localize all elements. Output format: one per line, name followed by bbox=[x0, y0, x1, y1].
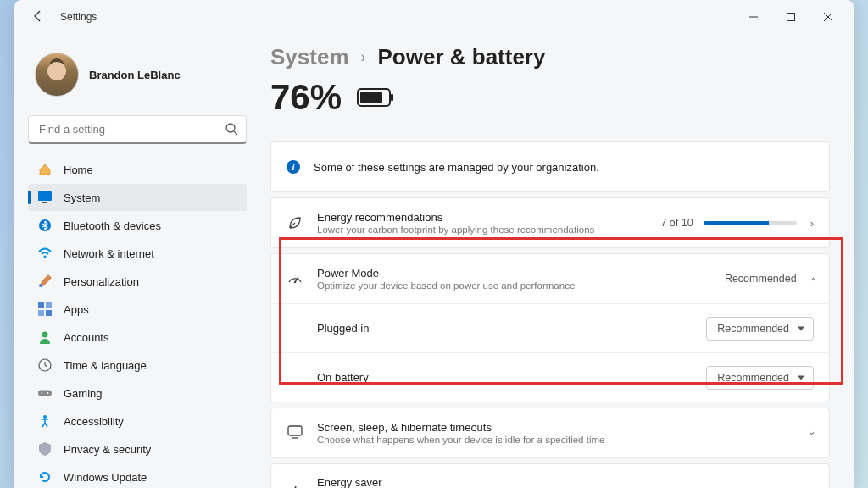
sidebar-item-apps[interactable]: Apps bbox=[28, 296, 247, 323]
app-title: Settings bbox=[60, 11, 97, 23]
window-buttons bbox=[735, 3, 847, 30]
sidebar-item-update[interactable]: Windows Update bbox=[28, 463, 247, 488]
screen-icon bbox=[287, 424, 303, 441]
minimize-icon bbox=[749, 13, 758, 21]
sidebar-item-gaming[interactable]: Gaming bbox=[28, 380, 247, 407]
sidebar-item-label: Home bbox=[64, 164, 93, 176]
energy-saver-row[interactable]: Energy saver Reduce power consumption an… bbox=[270, 463, 830, 488]
arrow-left-icon bbox=[31, 9, 45, 23]
energy-recommendations-row[interactable]: Energy recommendations Lower your carbon… bbox=[270, 197, 830, 248]
sidebar-item-accessibility[interactable]: Accessibility bbox=[28, 408, 247, 435]
org-message-text: Some of these settings are managed by yo… bbox=[314, 161, 814, 174]
gauge-icon bbox=[287, 270, 303, 287]
gamepad-icon bbox=[38, 386, 52, 400]
sidebar-item-label: System bbox=[64, 191, 100, 204]
svg-line-5 bbox=[234, 131, 237, 135]
sidebar-item-personalization[interactable]: Personalization bbox=[28, 268, 247, 295]
sidebar-item-label: Gaming bbox=[64, 387, 103, 400]
titlebar: Settings bbox=[14, 0, 854, 34]
sidebar-item-system[interactable]: System bbox=[28, 184, 247, 211]
org-message: i Some of these settings are managed by … bbox=[270, 141, 830, 192]
accessibility-icon bbox=[38, 414, 52, 428]
sidebar-item-privacy[interactable]: Privacy & security bbox=[28, 435, 247, 463]
row-subtitle: Choose what happens when your device is … bbox=[317, 435, 793, 445]
back-button[interactable] bbox=[31, 9, 47, 25]
breadcrumb-parent[interactable]: System bbox=[270, 44, 349, 70]
paint-icon bbox=[38, 274, 52, 288]
sidebar: Brandon LeBlanc Home System Bluetooth & … bbox=[14, 34, 260, 488]
settings-window: Settings Brandon LeBlanc Home System Blu… bbox=[14, 0, 854, 488]
battery-summary: 76% bbox=[270, 77, 830, 118]
battery-percent: 76% bbox=[270, 77, 342, 118]
row-title: Energy saver bbox=[317, 476, 705, 488]
close-icon bbox=[824, 13, 832, 21]
system-icon bbox=[38, 191, 52, 204]
energy-count: 7 of 10 bbox=[660, 217, 693, 229]
body: Brandon LeBlanc Home System Bluetooth & … bbox=[14, 34, 854, 488]
svg-point-25 bbox=[294, 281, 296, 283]
leaf-icon bbox=[287, 214, 303, 231]
nav: Home System Bluetooth & devices Network … bbox=[28, 156, 247, 488]
sidebar-item-label: Accessibility bbox=[64, 415, 124, 428]
sidebar-item-label: Apps bbox=[64, 303, 89, 316]
sidebar-item-label: Accounts bbox=[64, 331, 108, 344]
svg-point-10 bbox=[39, 284, 42, 287]
plugged-in-label: Plugged in bbox=[317, 322, 693, 335]
sidebar-item-label: Network & internet bbox=[64, 247, 154, 260]
search-input[interactable] bbox=[28, 115, 247, 144]
svg-point-19 bbox=[47, 392, 49, 394]
info-icon: i bbox=[287, 160, 300, 174]
search-icon bbox=[225, 122, 238, 139]
chevron-up-icon: › bbox=[805, 277, 818, 280]
svg-rect-11 bbox=[38, 302, 44, 308]
power-mode-header[interactable]: Power Mode Optimize your device based on… bbox=[271, 254, 829, 303]
screen-sleep-row[interactable]: Screen, sleep, & hibernate timeouts Choo… bbox=[270, 408, 830, 458]
wifi-icon bbox=[38, 247, 52, 260]
on-battery-dropdown[interactable]: Recommended bbox=[706, 366, 814, 390]
row-title: Screen, sleep, & hibernate timeouts bbox=[317, 421, 793, 434]
sidebar-item-time[interactable]: Time & language bbox=[28, 352, 247, 379]
sidebar-item-label: Privacy & security bbox=[64, 443, 151, 456]
sidebar-item-network[interactable]: Network & internet bbox=[28, 240, 247, 267]
user-block[interactable]: Brandon LeBlanc bbox=[28, 41, 247, 114]
svg-rect-7 bbox=[42, 202, 47, 203]
svg-rect-17 bbox=[38, 390, 52, 396]
maximize-button[interactable] bbox=[772, 3, 810, 30]
breadcrumb: System › Power & battery bbox=[270, 44, 830, 70]
svg-rect-26 bbox=[288, 426, 302, 435]
row-title: Power Mode bbox=[317, 267, 711, 280]
energy-progress bbox=[704, 221, 797, 225]
sidebar-item-label: Personalization bbox=[64, 275, 139, 288]
sidebar-item-label: Bluetooth & devices bbox=[64, 219, 161, 232]
sidebar-item-bluetooth[interactable]: Bluetooth & devices bbox=[28, 212, 247, 239]
page-title: Power & battery bbox=[378, 44, 546, 70]
chevron-right-icon: › bbox=[361, 48, 366, 66]
svg-rect-14 bbox=[46, 310, 52, 316]
home-icon bbox=[38, 163, 52, 176]
power-mode-value: Recommended bbox=[725, 273, 797, 285]
minimize-button[interactable] bbox=[735, 3, 772, 30]
apps-icon bbox=[38, 302, 52, 316]
svg-rect-22 bbox=[391, 94, 393, 101]
update-icon bbox=[38, 470, 52, 484]
svg-rect-13 bbox=[38, 310, 44, 316]
energy-saver-icon bbox=[287, 485, 303, 488]
svg-point-15 bbox=[42, 332, 48, 338]
svg-rect-6 bbox=[38, 191, 52, 201]
svg-point-4 bbox=[226, 124, 235, 132]
sidebar-item-label: Time & language bbox=[64, 359, 147, 372]
close-button[interactable] bbox=[810, 3, 847, 30]
sidebar-item-label: Windows Update bbox=[64, 471, 147, 484]
plugged-in-dropdown[interactable]: Recommended bbox=[706, 317, 814, 341]
chevron-down-icon: › bbox=[805, 431, 818, 435]
sidebar-item-accounts[interactable]: Accounts bbox=[28, 324, 247, 351]
person-icon bbox=[38, 330, 52, 344]
sidebar-item-home[interactable]: Home bbox=[28, 156, 247, 183]
on-battery-label: On battery bbox=[317, 371, 693, 384]
row-title: Energy recommendations bbox=[317, 211, 647, 224]
main-content: System › Power & battery 76% i Some of t… bbox=[260, 34, 854, 488]
svg-point-9 bbox=[44, 256, 47, 258]
power-mode-section: Power Mode Optimize your device based on… bbox=[270, 253, 830, 402]
plugged-in-row: Plugged in Recommended bbox=[271, 303, 829, 352]
shield-icon bbox=[38, 442, 52, 456]
